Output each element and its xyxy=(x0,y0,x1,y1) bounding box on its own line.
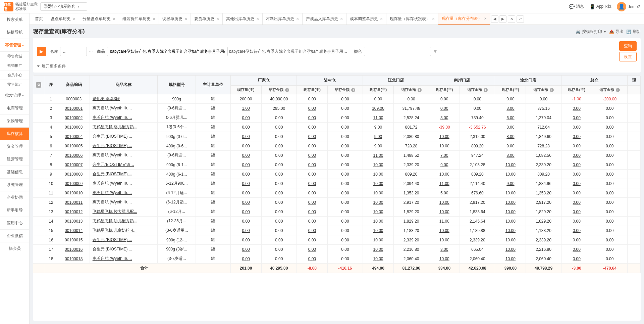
row-c3-qty[interactable]: 10.00 xyxy=(363,160,394,170)
row-code[interactable]: 0000003 xyxy=(58,94,90,104)
tab-close-pd[interactable]: ✕ xyxy=(73,17,75,21)
sidebar-item-inventory[interactable]: 库存核算 xyxy=(0,128,29,140)
row-ct-qty[interactable]: 0.00 xyxy=(561,179,592,188)
warehouse-clear-icon[interactable]: ··· xyxy=(89,49,93,54)
sidebar-item-guide[interactable]: 新手引导 xyxy=(0,204,29,217)
sidebar-item-retail[interactable]: 零售管理 ▲ xyxy=(0,39,29,52)
row-c5-qty[interactable]: 10.00 xyxy=(495,188,526,198)
row-ct-qty[interactable]: 0.00 xyxy=(561,254,592,264)
row-c5-qty[interactable]: 0.00 xyxy=(495,94,526,104)
tab-clck[interactable]: 材料出库单历史 ✕ xyxy=(263,13,303,25)
row-code[interactable]: 00100014 xyxy=(58,226,90,235)
row-c2-qty[interactable]: 0.00 xyxy=(297,245,327,254)
row-c4-qty[interactable]: 10.00 xyxy=(429,235,460,245)
inventory-table-wrap[interactable]: ⚙ 序 商品编码 商品名称 规格型号 主计量单位 厂家仓 陆村仓 江北门店 南岸… xyxy=(33,75,641,321)
row-c3-qty[interactable]: 10.00 xyxy=(363,235,394,245)
row-c4-qty[interactable]: 10.00 xyxy=(429,254,460,264)
tab-prev-btn[interactable]: ◀ xyxy=(491,15,498,23)
row-c2-qty[interactable]: 0.00 xyxy=(297,141,327,151)
row-c5-qty[interactable]: 10.00 xyxy=(495,217,526,226)
tab-xzl2[interactable]: 现存量（库存分布表） ✕ xyxy=(438,13,490,25)
c5-amt-info-icon[interactable]: i xyxy=(550,88,554,92)
row-c5-qty[interactable]: 9.00 xyxy=(495,179,526,188)
warehouse-input[interactable] xyxy=(60,47,87,56)
row-c4-qty[interactable]: -39.00 xyxy=(429,123,460,132)
sidebar-item-retail-stat[interactable]: 零售统计 xyxy=(0,80,29,89)
row-c3-qty[interactable]: 0.00 xyxy=(363,94,394,104)
row-ct-qty[interactable]: 0.00 xyxy=(561,160,592,170)
row-c2-qty[interactable]: 0.00 xyxy=(297,179,327,188)
sidebar-item-marketing[interactable]: 营销推广 xyxy=(0,61,29,71)
row-c3-qty[interactable]: 10.00 xyxy=(363,207,394,217)
row-ct-qty[interactable]: 0.00 xyxy=(561,188,592,198)
row-code[interactable]: 00100011 xyxy=(58,198,90,207)
row-code[interactable]: 00100006 xyxy=(58,151,90,160)
row-c3-qty[interactable]: 11.00 xyxy=(363,113,394,123)
row-name[interactable]: 爱他美 卓萃3段 xyxy=(90,94,158,104)
row-name[interactable]: 飞鹤星飞帆 儿童奶粉 4... xyxy=(90,226,158,235)
row-code[interactable]: 00100016 xyxy=(58,245,90,254)
row-c1-qty[interactable]: 0.00 xyxy=(230,226,261,235)
row-name[interactable]: 惠氏启航 (Wyeth illu... xyxy=(90,113,158,123)
color-dropdown-icon[interactable]: ▼ xyxy=(433,49,438,54)
row-c2-qty[interactable]: 0.00 xyxy=(297,132,327,141)
row-c1-qty[interactable]: 0.00 xyxy=(230,179,261,188)
print-btn[interactable]: 🖨️ 按模板打印 ▼ xyxy=(576,29,606,35)
row-c4-qty[interactable]: 5.00 xyxy=(429,188,460,198)
row-name[interactable]: 惠氏启航 (Wyeth illu... xyxy=(90,179,158,188)
row-c1-qty[interactable]: 0.00 xyxy=(230,198,261,207)
row-code[interactable]: 00100015 xyxy=(58,235,90,245)
row-name[interactable]: 飞鹤星飞帆 较大婴儿配... xyxy=(90,207,158,217)
row-c1-qty[interactable]: 0.00 xyxy=(230,188,261,198)
c1-amt-info-icon[interactable]: i xyxy=(285,88,289,92)
row-c4-qty[interactable]: 10.00 xyxy=(429,132,460,141)
row-ct-qty[interactable]: 0.00 xyxy=(561,170,592,179)
c3-amt-info-icon[interactable]: i xyxy=(418,88,422,92)
row-name[interactable]: 合生元 (BIOSTIME) ... xyxy=(90,132,158,141)
row-c3-qty[interactable]: 10.00 xyxy=(363,170,394,179)
row-c4-qty[interactable]: 10.00 xyxy=(429,207,460,217)
sidebar-item-weixin[interactable]: 企业微信 xyxy=(0,230,29,242)
row-name[interactable]: 飞鹤星飞帆 婴儿配方奶... xyxy=(90,123,158,132)
row-c2-qty[interactable]: 0.00 xyxy=(297,226,327,235)
tab-close-fpd[interactable]: ✕ xyxy=(113,17,115,21)
row-c3-qty[interactable]: 10.00 xyxy=(363,179,394,188)
row-code[interactable]: 00100009 xyxy=(58,179,90,188)
row-c2-qty[interactable]: 0.00 xyxy=(297,113,327,123)
row-c5-qty[interactable]: 10.00 xyxy=(495,160,526,170)
row-c1-qty[interactable]: 200.00 xyxy=(230,94,261,104)
row-c5-qty[interactable]: 10.00 xyxy=(495,170,526,179)
sidebar-item-corp[interactable]: 企业协同 xyxy=(0,191,29,204)
industry-selector[interactable]: 母婴行业演示陈套 ▼ xyxy=(40,2,87,11)
row-c2-qty[interactable]: 0.00 xyxy=(297,104,327,113)
row-code[interactable]: 00100004 xyxy=(58,132,90,141)
row-code[interactable]: 00100001 xyxy=(58,104,90,113)
row-c3-qty[interactable]: 10.00 xyxy=(363,188,394,198)
app-download-btn[interactable]: 📱 App下载 xyxy=(589,4,611,9)
row-c5-qty[interactable]: 3.00 xyxy=(495,104,526,113)
row-c4-qty[interactable]: 10.00 xyxy=(429,198,460,207)
user-menu[interactable]: 👤 demo2 xyxy=(617,2,640,11)
row-ct-qty[interactable]: 0.00 xyxy=(561,198,592,207)
setting-button[interactable]: 设置 xyxy=(619,52,637,61)
row-ct-qty[interactable]: 0.00 xyxy=(561,217,592,226)
row-code[interactable]: 00100012 xyxy=(58,207,90,217)
tab-cbtz[interactable]: 成本调整单历史 ✕ xyxy=(346,13,386,25)
query-button[interactable]: 查询 xyxy=(619,41,637,51)
tab-ztcd[interactable]: 组装拆卸单历史 ✕ xyxy=(119,13,159,25)
row-c2-qty[interactable]: 0.00 xyxy=(297,188,327,198)
row-c1-qty[interactable]: 0.00 xyxy=(230,207,261,217)
sidebar-item-search[interactable]: 搜索英单 xyxy=(0,13,29,26)
row-c5-qty[interactable]: 8.00 xyxy=(495,132,526,141)
row-c4-qty[interactable]: 11.00 xyxy=(429,179,460,188)
row-code[interactable]: 00100007 xyxy=(58,160,90,170)
row-c3-qty[interactable]: 9.00 xyxy=(363,141,394,151)
row-ct-qty[interactable]: 0.00 xyxy=(561,113,592,123)
tab-close-cprk[interactable]: ✕ xyxy=(340,17,343,21)
row-c2-qty[interactable]: 0.00 xyxy=(297,94,327,104)
row-ct-qty[interactable]: 0.00 xyxy=(561,235,592,245)
row-ct-qty[interactable]: -1.00 xyxy=(561,94,592,104)
c2-amt-info-icon[interactable]: i xyxy=(351,88,355,92)
row-ct-qty[interactable]: 0.00 xyxy=(561,141,592,151)
row-code[interactable]: 00100002 xyxy=(58,113,90,123)
